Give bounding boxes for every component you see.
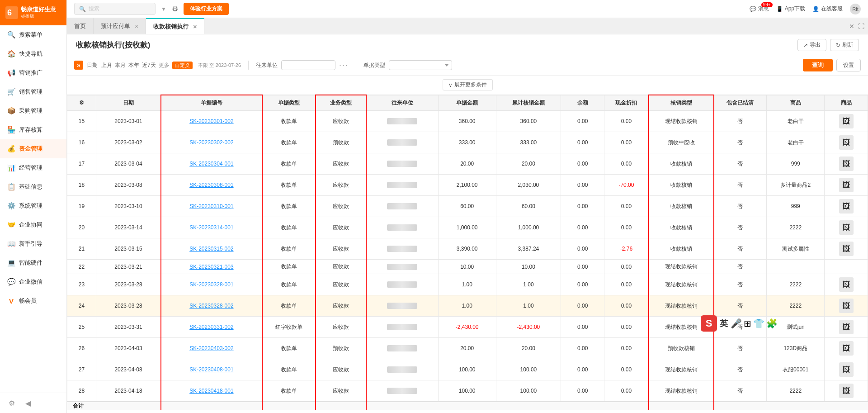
operations-icon: 📊: [7, 164, 15, 172]
discount-value: 0.00: [621, 139, 632, 146]
amount-value: 2,100.00: [457, 182, 478, 188]
sidebar-item-basic[interactable]: 📋 基础信息: [0, 177, 66, 196]
goods-img-thumb: 🖼: [839, 135, 854, 150]
sidebar-item-finance[interactable]: 💰 资金管理: [0, 139, 66, 158]
row-goods-img: 🖼: [825, 132, 868, 153]
docno-link[interactable]: SK-20230418-001: [189, 388, 233, 394]
row-discount: -2.76: [604, 238, 649, 260]
row-settled: 否: [714, 238, 767, 260]
row-amount: 1.00: [438, 295, 496, 317]
docno-link[interactable]: SK-20230304-001: [189, 161, 233, 167]
settings-bottom-icon[interactable]: ⚙: [5, 397, 18, 409]
sidebar-item-label: 智能硬件: [19, 259, 42, 267]
topbar-gear-icon[interactable]: ⚙: [172, 5, 178, 13]
row-partner: [366, 238, 439, 260]
docno-link[interactable]: SK-20230321-003: [189, 264, 233, 270]
sidebar-item-search[interactable]: 🔍 搜索菜单: [0, 25, 66, 44]
export-button[interactable]: ↗ 导出: [797, 39, 826, 51]
amount-value: 20.00: [460, 345, 474, 351]
this-month-btn[interactable]: 本月: [115, 62, 126, 69]
row-date: 2023-04-08: [96, 359, 161, 380]
filter-collapse-button[interactable]: »: [74, 61, 83, 70]
sidebar-item-operations[interactable]: 📊 经营管理: [0, 158, 66, 177]
docno-link[interactable]: SK-20230308-001: [189, 182, 233, 188]
footer-balance: [561, 402, 604, 410]
sidebar-item-member[interactable]: V 畅会员: [0, 291, 66, 310]
sidebar-item-wechat[interactable]: 💬 企业微信: [0, 272, 66, 291]
docno-link[interactable]: SK-20230328-002: [189, 303, 233, 309]
docno-link[interactable]: SK-20230408-001: [189, 366, 233, 373]
topbar-dropdown-arrow[interactable]: ▼: [161, 6, 166, 12]
sidebar-item-quicknav[interactable]: 🏠 快捷导航: [0, 44, 66, 63]
row-biztype: 应收款: [316, 111, 366, 132]
row-goods: 多计量商品2: [767, 175, 825, 196]
col-header-setting[interactable]: ⚙: [67, 95, 96, 111]
tabbar-actions: ✕ ⛶: [849, 23, 868, 30]
tab-collect-label: 收款核销执行: [153, 23, 189, 31]
tab-prepay[interactable]: 预计应付单 ×: [94, 18, 146, 34]
topbar-service[interactable]: 👤 在线客服: [812, 5, 843, 13]
row-biztype: 应收款: [316, 196, 366, 217]
sidebar-item-purchase[interactable]: 📦 采购管理: [0, 101, 66, 120]
docno-link[interactable]: SK-20230315-002: [189, 246, 233, 252]
sidebar-item-sales[interactable]: 🛒 销售管理: [0, 82, 66, 101]
collapse-icon[interactable]: ◀: [22, 397, 34, 409]
sidebar-item-guide[interactable]: 📖 新手引导: [0, 234, 66, 253]
tab-close-all-icon[interactable]: ✕: [849, 23, 854, 30]
row-docno: SK-20230418-001: [161, 380, 262, 402]
docno-link[interactable]: SK-20230301-002: [189, 118, 233, 124]
partner-blurred: [387, 324, 417, 330]
docno-link[interactable]: SK-20230314-001: [189, 224, 233, 231]
tab-collect-exec[interactable]: 收款核销执行 ×: [146, 18, 204, 34]
discount-value: 0.00: [621, 303, 632, 309]
goods-img-thumb: 🖼: [839, 341, 854, 356]
docno-link[interactable]: SK-20230302-002: [189, 139, 233, 146]
topbar-app-download[interactable]: 📱 App下载: [776, 5, 805, 13]
sidebar-item-system[interactable]: ⚙️ 系统管理: [0, 196, 66, 215]
tab-collect-close[interactable]: ×: [193, 24, 197, 30]
row-amount: 20.00: [438, 338, 496, 359]
col-header-goods-img: 商品: [825, 95, 868, 111]
topbar-search[interactable]: 🔍 搜索: [74, 3, 156, 15]
row-biztype: 应收款: [316, 153, 366, 175]
query-button[interactable]: 查询: [803, 59, 833, 71]
docno-link[interactable]: SK-20230328-001: [189, 281, 233, 288]
sidebar-item-marketing[interactable]: 📢 营销推广: [0, 63, 66, 82]
tab-home[interactable]: 首页: [67, 18, 94, 34]
discount-value: 0.00: [621, 118, 632, 124]
sidebar: 6 畅康道好生意 标推版 🔍 搜索菜单 🏠 快捷导航 📢 营销推广 🛒 销售管理…: [0, 0, 67, 413]
expand-more-button[interactable]: ∨ 展开更多条件: [443, 79, 493, 90]
acc-amount-value: 1.00: [523, 281, 533, 288]
docno-link[interactable]: SK-20230331-002: [189, 324, 233, 330]
last7days-btn[interactable]: 近7天: [142, 62, 156, 69]
more-date-btn[interactable]: 更多: [159, 62, 170, 69]
doctype-select[interactable]: [389, 60, 452, 70]
footer-docno: [161, 402, 262, 410]
partner-more-icon[interactable]: ···: [339, 61, 349, 70]
tab-prepay-close[interactable]: ×: [135, 23, 138, 29]
amount-value: 1,000.00: [457, 224, 478, 231]
sidebar-item-inventory[interactable]: 🏪 库存核算: [0, 120, 66, 139]
custom-date-btn[interactable]: 自定义: [172, 62, 193, 69]
partner-input[interactable]: [281, 60, 335, 70]
sidebar-item-enterprise[interactable]: 🤝 企业协同: [0, 215, 66, 234]
user-avatar[interactable]: Rit: [850, 4, 861, 14]
sidebar-item-hardware[interactable]: 💻 智能硬件: [0, 253, 66, 272]
acc-amount-value: 333.00: [520, 139, 537, 146]
topbar-messages[interactable]: 💬 消息 99+: [750, 5, 769, 13]
docno-link[interactable]: SK-20230310-001: [189, 203, 233, 209]
settings-col-icon[interactable]: ⚙: [79, 100, 84, 106]
docno-link[interactable]: SK-20230403-002: [189, 345, 233, 351]
solution-button[interactable]: 体验行业方案: [184, 3, 229, 15]
settings-button[interactable]: 设置: [836, 59, 861, 71]
last-month-btn[interactable]: 上月: [101, 62, 112, 69]
row-goods: 2222: [767, 380, 825, 402]
this-year-btn[interactable]: 本年: [128, 62, 139, 69]
row-goods-img: 🖼: [825, 111, 868, 132]
tab-fullscreen-icon[interactable]: ⛶: [858, 23, 864, 30]
col-header-date: 日期: [96, 95, 161, 111]
row-biztype: 预收款: [316, 132, 366, 153]
refresh-button[interactable]: ↻ 刷新: [830, 39, 859, 51]
expand-more-label: 展开更多条件: [454, 81, 487, 89]
data-table-container[interactable]: ⚙ 日期 单据编号 单据类型 业务类型 往来单位 单据金额 累计核销金额 余额 …: [67, 95, 868, 413]
